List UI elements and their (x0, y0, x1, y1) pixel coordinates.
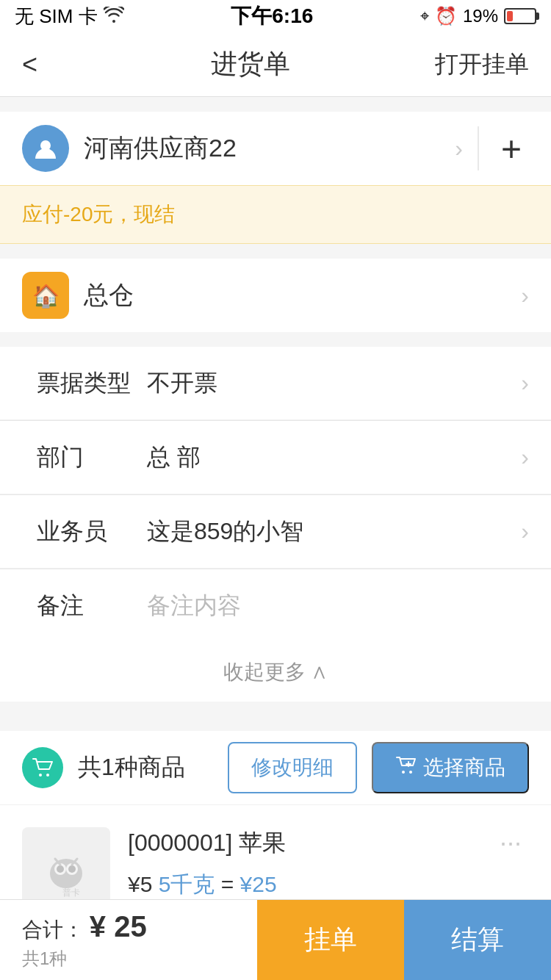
supplier-avatar (22, 125, 69, 172)
product-price: ¥5 5千克 = ¥25 (128, 870, 492, 900)
nav-bar: < 进货单 打开挂单 (0, 32, 551, 97)
supplier-chevron-icon: › (455, 135, 463, 162)
status-right: ⌖ ⏰ 19% (420, 6, 536, 26)
form-section: 票据类型 不开票 › 部门 总 部 › 业务员 这是859的小智 › 备注 备注… (0, 347, 551, 643)
department-row[interactable]: 部门 总 部 › (0, 421, 551, 494)
invoice-label: 票据类型 (37, 367, 147, 400)
invoice-value: 不开票 (147, 367, 521, 400)
notice-banner: 应付-20元，现结 (0, 185, 551, 244)
total-amount: ¥ 25 (90, 910, 147, 943)
section-gap-2 (0, 244, 551, 259)
supplier-divider (478, 126, 479, 170)
svg-point-3 (402, 771, 405, 774)
salesperson-row[interactable]: 业务员 这是859的小智 › (0, 495, 551, 569)
department-value: 总 部 (147, 442, 521, 474)
line-total: ¥25 (240, 872, 277, 896)
settle-label: 结算 (451, 922, 504, 958)
select-product-button[interactable]: 选择商品 (372, 742, 529, 793)
total-label: 合计： (22, 918, 84, 941)
carrier-text: 无 SIM 卡 (15, 4, 98, 29)
section-gap-4 (0, 702, 551, 716)
alarm-icon: ⏰ (435, 6, 457, 26)
product-code: [0000001] (128, 829, 232, 856)
svg-point-9 (68, 865, 76, 873)
battery-icon (504, 8, 536, 24)
svg-text:普卡: 普卡 (62, 887, 80, 897)
salesperson-chevron-icon: › (521, 518, 529, 545)
remark-placeholder: 备注内容 (147, 590, 529, 622)
department-chevron-icon: › (521, 444, 529, 471)
notice-text: 应付-20元，现结 (22, 203, 175, 226)
total-row: 合计： ¥ 25 (22, 910, 235, 944)
page-title: 进货单 (211, 46, 290, 82)
warehouse-row[interactable]: 🏠 总仓 › (0, 259, 551, 332)
svg-point-8 (57, 865, 64, 873)
salesperson-label: 业务员 (37, 516, 147, 548)
total-sub: 共1种 (22, 947, 235, 970)
pending-label: 挂单 (304, 922, 357, 958)
open-pending-button[interactable]: 打开挂单 (435, 48, 529, 81)
add-supplier-button[interactable]: + (494, 129, 529, 169)
unit-price: ¥5 (128, 872, 152, 896)
supplier-name[interactable]: 河南供应商22 (84, 131, 455, 165)
back-button[interactable]: < (22, 49, 66, 80)
footer-total: 合计： ¥ 25 共1种 (0, 910, 257, 970)
product-count-label: 共1种商品 (78, 752, 228, 784)
status-bar: 无 SIM 卡 下午6:16 ⌖ ⏰ 19% (0, 0, 551, 32)
department-label: 部门 (37, 442, 147, 474)
settle-button[interactable]: 结算 (404, 900, 551, 981)
product-name: [0000001] 苹果 (128, 827, 492, 860)
select-product-icon (395, 756, 417, 780)
remark-label: 备注 (37, 590, 147, 622)
edit-detail-button[interactable]: 修改明细 (228, 742, 357, 793)
invoice-type-row[interactable]: 票据类型 不开票 › (0, 347, 551, 420)
quantity: 5千克 (159, 872, 215, 896)
svg-point-1 (39, 774, 42, 777)
product-info: [0000001] 苹果 ¥5 5千克 = ¥25 (128, 827, 492, 900)
select-product-label: 选择商品 (423, 754, 505, 782)
product-title: 苹果 (239, 829, 286, 856)
invoice-chevron-icon: › (521, 370, 529, 397)
section-gap-1 (0, 97, 551, 112)
product-header: 共1种商品 修改明细 选择商品 (0, 731, 551, 804)
svg-point-4 (409, 771, 412, 774)
footer: 合计： ¥ 25 共1种 挂单 结算 (0, 899, 551, 980)
warehouse-chevron-icon: › (521, 282, 529, 309)
salesperson-value: 这是859的小智 (147, 516, 521, 548)
product-more-button[interactable]: ··· (492, 827, 529, 858)
status-time: 下午6:16 (231, 2, 313, 30)
equals-sign: = (221, 872, 240, 896)
section-gap-3 (0, 332, 551, 347)
warehouse-name: 总仓 (84, 278, 521, 312)
collapse-button[interactable]: 收起更多 ∧ (0, 643, 551, 702)
battery-percent: 19% (463, 6, 498, 26)
collapse-label: 收起更多 ∧ (223, 658, 328, 686)
supplier-section: 河南供应商22 › + (0, 112, 551, 185)
svg-point-2 (46, 774, 49, 777)
product-icon (22, 747, 63, 788)
pending-button[interactable]: 挂单 (257, 900, 404, 981)
wifi-icon (104, 5, 124, 28)
remark-row[interactable]: 备注 备注内容 (0, 569, 551, 643)
status-left: 无 SIM 卡 (15, 4, 124, 29)
warehouse-icon: 🏠 (22, 272, 69, 319)
location-icon: ⌖ (420, 7, 429, 26)
